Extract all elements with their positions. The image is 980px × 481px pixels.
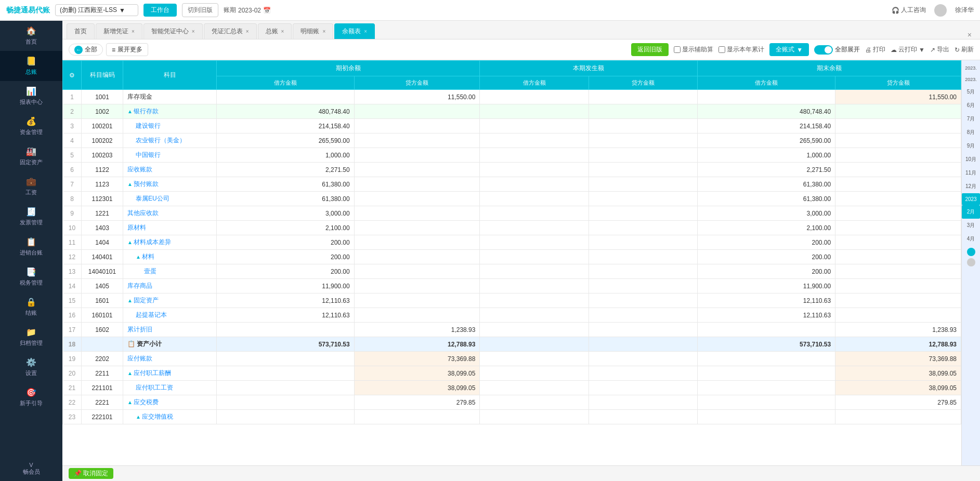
expand-icon[interactable]: ▲ bbox=[127, 370, 133, 376]
print-button[interactable]: 🖨 打印 bbox=[865, 45, 885, 54]
sidebar-item-home[interactable]: 🏠 首页 bbox=[0, 21, 62, 51]
consultant-link[interactable]: 🎧 人工咨询 bbox=[892, 6, 926, 15]
sidebar-item-reports[interactable]: 📊 报表中心 bbox=[0, 81, 62, 111]
tab-new-voucher[interactable]: 新增凭证 × bbox=[96, 23, 142, 39]
sidebar-item-invoice[interactable]: 🧾 发票管理 bbox=[0, 202, 62, 232]
close-icon[interactable]: × bbox=[132, 29, 135, 34]
gear-header[interactable]: ⚙ bbox=[63, 61, 82, 90]
cloud-print-button[interactable]: ☁ 云打印 ▼ bbox=[891, 45, 925, 54]
expand-icon[interactable]: ▲ bbox=[127, 399, 133, 405]
company-selector[interactable]: (勿删) 江西殿至-LSS ▼ bbox=[55, 4, 138, 16]
subject-link[interactable]: 应付职工工资 bbox=[136, 384, 173, 391]
refresh-button[interactable]: ↻ 刷新 bbox=[955, 45, 974, 54]
sidebar-item-payroll[interactable]: 💼 工资 bbox=[0, 171, 62, 202]
all-filter-button[interactable]: ← 全部 bbox=[69, 44, 103, 56]
right-panel-year-2023a[interactable]: 2023. bbox=[962, 62, 980, 74]
opening-credit-header: 贷方金额 bbox=[354, 76, 480, 90]
right-panel-month-12[interactable]: 12月 bbox=[962, 180, 980, 193]
right-panel-month-10[interactable]: 10月 bbox=[962, 153, 980, 166]
sidebar-item-closing[interactable]: 🔒 结账 bbox=[0, 292, 62, 322]
close-icon[interactable]: × bbox=[364, 29, 367, 34]
expand-icon[interactable]: ▲ bbox=[136, 254, 141, 260]
subject-link[interactable]: 固定资产 bbox=[134, 297, 159, 304]
tab-home[interactable]: 首页 bbox=[67, 23, 95, 39]
switch-icon[interactable] bbox=[814, 45, 833, 55]
close-icon[interactable]: × bbox=[246, 29, 249, 34]
show-aux-checkbox[interactable]: 显示辅助算 bbox=[674, 45, 713, 54]
right-panel-month-7[interactable]: 7月 bbox=[962, 112, 980, 126]
print-icon: 🖨 bbox=[865, 46, 871, 54]
return-old-button[interactable]: 返回旧版 bbox=[631, 43, 669, 56]
sidebar-item-ledger[interactable]: 📒 总账 bbox=[0, 51, 62, 81]
sidebar-item-member[interactable]: V 畅会员 bbox=[0, 457, 62, 481]
subject-link[interactable]: 库存商品 bbox=[127, 282, 152, 289]
subject-link[interactable]: 农业银行（美金） bbox=[136, 137, 186, 144]
subject-link[interactable]: 材料成本差异 bbox=[134, 238, 171, 246]
circle-icon-1[interactable] bbox=[967, 248, 975, 256]
right-panel-month-9[interactable]: 9月 bbox=[962, 139, 980, 153]
full-style-button[interactable]: 全账式 ▼ bbox=[769, 43, 809, 56]
right-panel-year-active[interactable]: 2023 bbox=[962, 193, 980, 205]
subject-link[interactable]: 泰属EU公司 bbox=[136, 195, 169, 202]
close-all-icon[interactable]: × bbox=[963, 31, 976, 39]
right-panel-month-11[interactable]: 11月 bbox=[962, 166, 980, 180]
right-panel-month-8[interactable]: 8月 bbox=[962, 126, 980, 139]
sidebar-item-capital[interactable]: 💰 资金管理 bbox=[0, 111, 62, 141]
tab-detail-ledger[interactable]: 明细账 × bbox=[293, 23, 333, 39]
circle-icon-2[interactable] bbox=[967, 258, 975, 266]
workbench-button[interactable]: 工作台 bbox=[143, 4, 177, 17]
subject-link[interactable]: 壹蛋 bbox=[144, 268, 156, 275]
subject-link[interactable]: 起提基记本 bbox=[136, 311, 167, 318]
opening-credit bbox=[354, 250, 480, 264]
sidebar-item-tax[interactable]: 📑 税务管理 bbox=[0, 262, 62, 292]
right-panel-month-4[interactable]: 4月 bbox=[962, 232, 980, 246]
subject-link[interactable]: 建设银行 bbox=[136, 122, 161, 129]
expand-icon[interactable]: ▲ bbox=[136, 414, 141, 420]
subject-link[interactable]: 应付职工薪酬 bbox=[134, 369, 171, 377]
subject-link[interactable]: 其他应收款 bbox=[127, 209, 159, 217]
current-debit bbox=[480, 90, 589, 104]
closing-debit bbox=[698, 395, 835, 410]
old-version-button[interactable]: 切到旧版 bbox=[182, 3, 218, 17]
tab-general-ledger[interactable]: 总账 × bbox=[258, 23, 292, 39]
sidebar-item-assets[interactable]: 🏭 固定资产 bbox=[0, 141, 62, 171]
expand-icon[interactable]: ▲ bbox=[127, 109, 133, 114]
sidebar-item-guide[interactable]: 🎯 新手引导 bbox=[0, 382, 62, 412]
subject-link[interactable]: 银行存款 bbox=[134, 108, 159, 115]
subject-link[interactable]: 应收账款 bbox=[127, 166, 152, 173]
right-panel-month-5[interactable]: 5月 bbox=[962, 85, 980, 99]
sidebar-item-purchases[interactable]: 📋 进销台账 bbox=[0, 232, 62, 262]
expand-icon[interactable]: ▲ bbox=[127, 298, 133, 303]
expand-more-button[interactable]: ≡ 展开更多 bbox=[106, 43, 148, 56]
tab-balance-sheet[interactable]: 余额表 × bbox=[334, 23, 375, 39]
tab-smart-center[interactable]: 智能凭证中心 × bbox=[143, 23, 203, 39]
subject-link[interactable]: 累计折旧 bbox=[127, 326, 152, 333]
close-icon[interactable]: × bbox=[322, 29, 325, 34]
close-icon[interactable]: × bbox=[192, 29, 195, 34]
subject-link[interactable]: 应交增值税 bbox=[142, 413, 173, 420]
ytd-checkbox-input[interactable] bbox=[718, 46, 725, 53]
close-icon[interactable]: × bbox=[281, 29, 284, 34]
aux-checkbox-input[interactable] bbox=[674, 46, 681, 53]
expand-icon[interactable]: ▲ bbox=[127, 181, 133, 187]
right-panel-month-3[interactable]: 3月 bbox=[962, 219, 980, 232]
sidebar-label-member: 畅会员 bbox=[2, 468, 60, 476]
subject-link[interactable]: 中国银行 bbox=[136, 151, 161, 158]
subject-link[interactable]: 应交税费 bbox=[134, 398, 159, 406]
subject-link[interactable]: 原材料 bbox=[127, 224, 146, 231]
right-panel-year-2023b[interactable]: 2023. bbox=[962, 74, 980, 85]
export-button[interactable]: ↗ 导出 bbox=[930, 45, 949, 54]
subject-link[interactable]: 应付账款 bbox=[127, 355, 152, 362]
show-ytd-checkbox[interactable]: 显示本年累计 bbox=[718, 45, 764, 54]
expand-all-toggle[interactable]: 全部展开 bbox=[814, 45, 860, 55]
subject-link[interactable]: 预付账款 bbox=[134, 180, 159, 188]
tab-voucher-summary[interactable]: 凭证汇总表 × bbox=[204, 23, 257, 39]
sidebar-item-settings[interactable]: ⚙️ 设置 bbox=[0, 352, 62, 382]
expand-icon[interactable]: ▲ bbox=[127, 239, 133, 245]
right-panel-month-2-active[interactable]: 2月 bbox=[962, 205, 980, 219]
right-panel-month-6[interactable]: 6月 bbox=[962, 99, 980, 112]
subject-link[interactable]: 材料 bbox=[142, 253, 154, 260]
sidebar-item-archives[interactable]: 📁 归档管理 bbox=[0, 322, 62, 352]
cancel-fixed-button[interactable]: 📌 取消固定 bbox=[69, 468, 113, 479]
current-debit bbox=[480, 206, 589, 221]
